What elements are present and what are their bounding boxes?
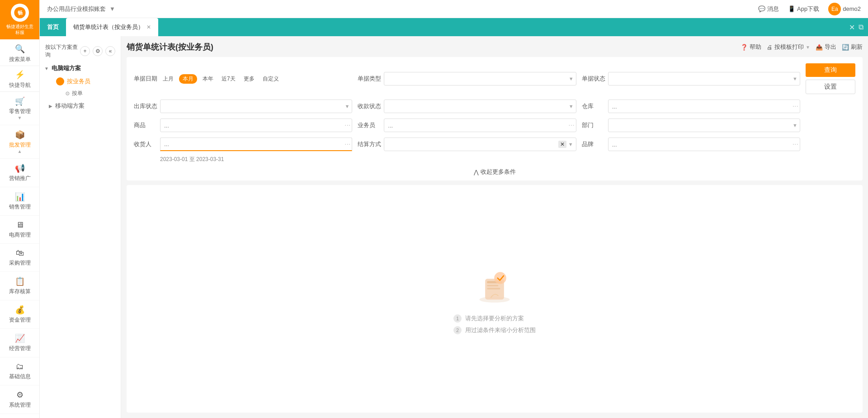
sidebar-item-ecommerce[interactable]: 🖥 电商管理 <box>0 216 39 244</box>
sidebar-item-finance[interactable]: 💰 资金管理 <box>0 300 39 329</box>
add-scheme-btn[interactable]: + <box>80 46 90 56</box>
doc-status-label: 单据状态 <box>582 75 605 83</box>
settlement-chevron-icon: ▼ <box>568 142 573 147</box>
export-btn[interactable]: 📤 导出 <box>816 43 836 51</box>
collapse-arrow-icon: ⋀ <box>474 169 479 176</box>
tab-bar-end: ✕ ⧉ <box>844 23 868 32</box>
tree-sub-item[interactable]: ⚙ 按单 <box>40 88 121 99</box>
query-button[interactable]: 查询 <box>806 63 855 77</box>
step-2-text: 用过滤条件来缩小分析范围 <box>465 326 536 334</box>
tab-close-icon[interactable]: ✕ <box>146 24 151 30</box>
sidebar-item-retail[interactable]: 🛒 零售管理 ▼ <box>0 92 39 125</box>
quick-nav-item[interactable]: ⚡ 快捷导航 <box>0 66 39 92</box>
retail-arrow: ▼ <box>18 115 22 120</box>
collapse-more-btn[interactable]: ⋀ 收起更多条件 <box>474 168 516 176</box>
settings-button[interactable]: 设置 <box>806 80 855 94</box>
search-menu-item[interactable]: 🔍 搜索菜单 <box>0 39 39 66</box>
date-tab-7days[interactable]: 近7天 <box>219 74 238 84</box>
sidebar-item-wholesale[interactable]: 📦 批发管理 ▲ <box>0 125 39 159</box>
doc-type-select[interactable] <box>384 72 576 86</box>
page-title: 销货单统计表(按业务员) <box>127 42 213 52</box>
goods-input[interactable] <box>160 119 352 132</box>
svg-point-7 <box>494 272 506 284</box>
brand-input[interactable] <box>608 138 800 151</box>
doc-status-select[interactable] <box>608 72 800 86</box>
tab-restore-icon[interactable]: ⧉ <box>859 23 863 31</box>
quick-nav-label: 快捷导航 <box>9 81 31 89</box>
salesperson-dots-icon[interactable]: ··· <box>568 121 574 129</box>
wholesale-icon: 📦 <box>15 130 25 140</box>
header-right-actions: 💬 消息 📱 App下载 Ea demo2 <box>758 3 861 15</box>
tree-mobile-section[interactable]: ▶ 移动端方案 <box>40 99 121 113</box>
department-wrap: ▼ <box>608 119 800 132</box>
basic-label: 基础信息 <box>9 373 31 380</box>
stock-status-label: 出库状态 <box>134 102 157 110</box>
sidebar-item-sales[interactable]: 📊 销售管理 <box>0 187 39 216</box>
step-2-num: 2 <box>453 326 462 334</box>
tree-salesperson-item[interactable]: 按业务员 <box>40 75 121 88</box>
sidebar-item-purchase[interactable]: 🛍 采购管理 <box>0 244 39 272</box>
sidebar: 畅 畅捷通好生意 标服 🔍 搜索菜单 ⚡ 快捷导航 🛒 零售管理 ▼ 📦 批发管… <box>0 0 40 418</box>
payment-status-select[interactable] <box>384 100 576 113</box>
step-1-num: 1 <box>453 314 462 323</box>
payment-status-label: 收款状态 <box>358 102 381 110</box>
goods-dots-icon[interactable]: ··· <box>344 121 350 129</box>
refresh-icon: 🔄 <box>842 44 849 51</box>
template-print-btn[interactable]: 🖨 按模板打印 ▼ <box>767 43 810 51</box>
doc-status-filter-item: 单据状态 ▼ <box>582 72 800 86</box>
purchase-icon: 🛍 <box>16 248 24 258</box>
content-area: 按以下方案查询 + ⚙ « ▼ 电脑端方案 按业务员 ⚙ 按单 ▶ <box>40 36 868 418</box>
breadcrumb-arrow-icon[interactable]: ▼ <box>109 5 115 12</box>
consignee-wrap: ··· <box>160 138 352 151</box>
search-icon: 🔍 <box>15 44 25 54</box>
salesperson-input[interactable] <box>384 119 576 132</box>
brand-item: 品牌 ··· <box>582 138 800 151</box>
sales-label: 销售管理 <box>9 203 31 211</box>
warehouse-dots-icon[interactable]: ··· <box>793 102 798 110</box>
app-download-btn[interactable]: 📱 App下载 <box>788 5 819 13</box>
payment-status-item: 收款状态 ▼ <box>358 100 576 113</box>
doc-type-label: 单据类型 <box>358 75 381 83</box>
settings-scheme-btn[interactable]: ⚙ <box>93 46 103 56</box>
export-label: 导出 <box>825 43 836 51</box>
refresh-btn[interactable]: 🔄 刷新 <box>842 43 863 51</box>
empty-illustration <box>472 264 517 309</box>
message-btn[interactable]: 💬 消息 <box>758 5 779 13</box>
sidebar-item-marketing[interactable]: 📢 营销推广 <box>0 159 39 187</box>
warehouse-input[interactable] <box>608 100 800 113</box>
tab-home[interactable]: 首页 <box>40 18 66 36</box>
date-tab-more[interactable]: 更多 <box>241 74 257 84</box>
sidebar-item-basic[interactable]: 🗂 基础信息 <box>0 357 39 385</box>
settlement-select-wrap[interactable]: ✕ ▼ <box>384 138 576 151</box>
brand-dots-icon[interactable]: ··· <box>793 140 798 148</box>
help-btn[interactable]: ❓ 帮助 <box>741 43 761 51</box>
stock-status-select[interactable] <box>160 100 352 113</box>
date-tab-last-month[interactable]: 上月 <box>160 74 176 84</box>
settlement-clear-btn[interactable]: ✕ <box>558 141 566 148</box>
department-select[interactable] <box>608 119 800 132</box>
date-tab-custom[interactable]: 自定义 <box>260 74 282 84</box>
sidebar-item-cooperation[interactable]: 🤝 企业协同 <box>0 414 39 418</box>
stock-status-item: 出库状态 ▼ <box>134 100 352 113</box>
consignee-input[interactable] <box>160 138 352 151</box>
user-profile[interactable]: Ea demo2 <box>828 3 861 15</box>
tab-close-all-icon[interactable]: ✕ <box>849 23 855 32</box>
left-panel-actions: + ⚙ « <box>80 46 115 56</box>
right-panel: 销货单统计表(按业务员) ❓ 帮助 🖨 按模板打印 ▼ 📤 导出 <box>121 36 868 418</box>
main-container: 办公用品行业模拟账套 ▼ 💬 消息 📱 App下载 Ea demo2 首页 销货… <box>40 0 868 418</box>
sidebar-item-inventory[interactable]: 📋 库存核算 <box>0 272 39 300</box>
step-1-text: 请先选择要分析的方案 <box>465 314 524 323</box>
finance-icon: 💰 <box>15 305 25 315</box>
date-filter-item: 单据日期 上月 本月 本年 近7天 更多 自定义 <box>134 74 352 84</box>
user-name: demo2 <box>843 5 861 12</box>
order-label: 按单 <box>72 90 83 97</box>
tab-report[interactable]: 销货单统计表（按业务员） ✕ <box>66 18 158 36</box>
date-tab-this-year[interactable]: 本年 <box>200 74 216 84</box>
collapse-panel-btn[interactable]: « <box>105 46 115 56</box>
marketing-icon: 📢 <box>15 163 25 173</box>
date-tab-this-month[interactable]: 本月 <box>179 74 197 84</box>
tree-pc-label: 电脑端方案 <box>52 64 81 72</box>
consignee-dots-icon[interactable]: ··· <box>344 140 350 148</box>
sidebar-item-operation[interactable]: 📈 经营管理 <box>0 329 39 357</box>
sidebar-item-system[interactable]: ⚙ 系统管理 <box>0 385 39 414</box>
